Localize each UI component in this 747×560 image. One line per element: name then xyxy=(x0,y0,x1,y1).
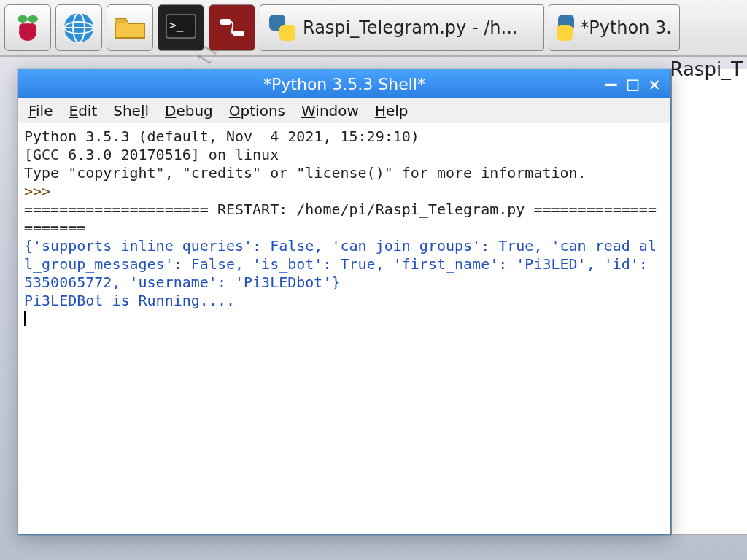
folder-icon xyxy=(112,10,147,45)
minimize-button[interactable]: – xyxy=(605,74,617,93)
menu-bar: File Edit Shell Debug Options Window Hel… xyxy=(18,98,670,123)
shell-banner-line1: Python 3.5.3 (default, Nov 4 2021, 15:29… xyxy=(24,128,419,145)
shell-banner-line2: [GCC 6.3.0 20170516] on linux xyxy=(24,146,279,163)
svg-rect-13 xyxy=(233,31,244,36)
shell-output-running: Pi3LEDBot is Running.... xyxy=(24,292,235,309)
window-title: *Python 3.5.3 Shell* xyxy=(263,75,425,93)
raspberry-icon xyxy=(10,10,45,45)
menu-help[interactable]: Help xyxy=(375,102,409,120)
shell-banner-line3: Type "copyright", "credits" or "license(… xyxy=(24,164,587,182)
svg-rect-12 xyxy=(220,19,231,25)
svg-point-2 xyxy=(28,23,36,32)
maximize-button[interactable]: □ xyxy=(627,74,639,93)
python-icon xyxy=(268,13,297,42)
menu-debug[interactable]: Debug xyxy=(165,102,213,120)
taskbar-task-shell[interactable]: *Python 3. xyxy=(549,4,680,51)
app-menu-button[interactable] xyxy=(4,4,51,51)
overflow-task-label: Raspi_T xyxy=(670,58,743,80)
node-red-launcher[interactable] xyxy=(209,4,255,51)
python-icon xyxy=(557,13,574,42)
taskbar: >_ Raspi_Telegram.py - /h... *Python 3. xyxy=(0,0,747,57)
menu-options[interactable]: Options xyxy=(229,102,285,120)
file-manager-launcher[interactable] xyxy=(107,4,153,51)
menu-shell[interactable]: Shell xyxy=(113,102,149,120)
node-red-icon xyxy=(214,10,249,45)
background-editor-window xyxy=(671,69,747,535)
svg-text:>_: >_ xyxy=(169,18,184,32)
terminal-launcher[interactable]: >_ xyxy=(158,4,204,51)
window-controls: – □ ✕ xyxy=(605,74,670,93)
svg-point-4 xyxy=(28,15,38,23)
shell-output[interactable]: Python 3.5.3 (default, Nov 4 2021, 15:29… xyxy=(18,123,670,534)
svg-point-3 xyxy=(18,15,28,23)
terminal-icon: >_ xyxy=(163,10,198,45)
menu-file[interactable]: File xyxy=(28,102,53,120)
menu-window[interactable]: Window xyxy=(301,102,359,120)
window-titlebar[interactable]: *Python 3.5.3 Shell* – □ ✕ xyxy=(18,69,670,98)
shell-restart-banner: ===================== RESTART: /home/pi/… xyxy=(24,201,657,236)
text-caret xyxy=(24,311,26,326)
python-shell-window: *Python 3.5.3 Shell* – □ ✕ File Edit She… xyxy=(18,69,671,535)
taskbar-task-editor[interactable]: Raspi_Telegram.py - /h... xyxy=(260,4,544,51)
task-label: Raspi_Telegram.py - /h... xyxy=(303,18,517,38)
shell-output-dict: {'supports_inline_queries': False, 'can_… xyxy=(24,237,657,291)
browser-launcher[interactable] xyxy=(55,4,102,51)
task-label: *Python 3. xyxy=(580,18,672,38)
menu-edit[interactable]: Edit xyxy=(69,102,97,120)
globe-icon xyxy=(61,10,96,45)
svg-point-1 xyxy=(19,23,28,32)
shell-prompt: >>> xyxy=(24,182,59,200)
close-button[interactable]: ✕ xyxy=(649,74,660,93)
